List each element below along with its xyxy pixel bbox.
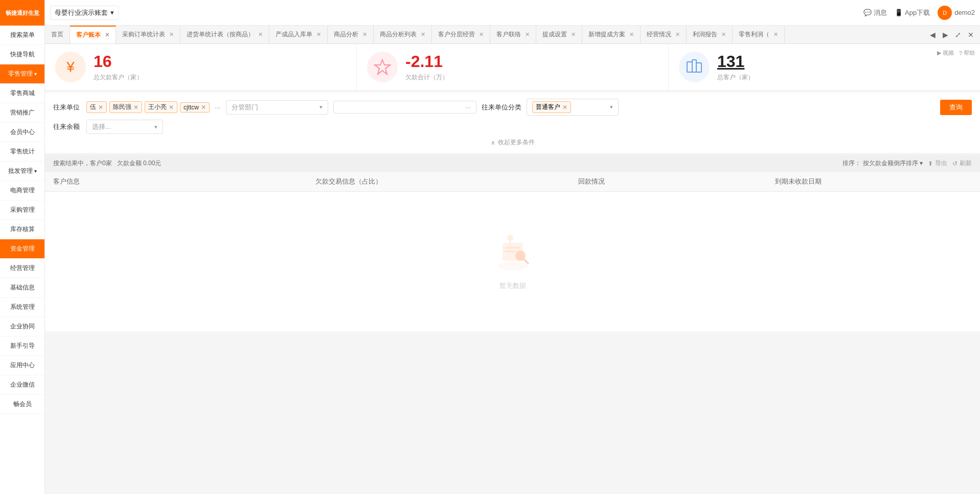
- topbar: 母婴行业演示账套 ▾ 💬 消息 📱 App下载 D demo2: [45, 0, 980, 26]
- filter-tag-close-3[interactable]: ✕: [201, 104, 206, 111]
- filter-tag-close-0[interactable]: ✕: [98, 104, 103, 111]
- sidebar-item-系统管理[interactable]: 系统管理: [0, 298, 44, 317]
- tab-7[interactable]: 客户分层经营✕: [432, 26, 490, 44]
- tab-0[interactable]: 首页: [45, 26, 70, 44]
- tab-close-7[interactable]: ✕: [479, 31, 484, 38]
- tab-close-9[interactable]: ✕: [571, 31, 576, 38]
- filter-tag-2: 王小亮 ✕: [145, 101, 177, 113]
- account-selector[interactable]: 母婴行业演示账套 ▾: [50, 6, 119, 20]
- app-download-btn[interactable]: 📱 App下载: [895, 8, 930, 17]
- tab-10[interactable]: 新增提成方案✕: [582, 26, 641, 44]
- tab-8[interactable]: 客户联络✕: [490, 26, 536, 44]
- page-content: ¥ 16 总欠款客户（家） -2.11 欠款合计（万）: [45, 44, 980, 494]
- sidebar-item-营销推广[interactable]: 营销推广: [0, 103, 44, 123]
- tab-close-all-btn[interactable]: ✕: [966, 30, 976, 40]
- sidebar-item-采购管理[interactable]: 采购管理: [0, 200, 44, 220]
- tab-close-5[interactable]: ✕: [362, 31, 367, 38]
- refresh-btn[interactable]: ↺ 刷新: [952, 159, 972, 168]
- tab-prev-btn[interactable]: ◀: [927, 30, 938, 40]
- dept-select[interactable]: 分管部门 ▾: [226, 100, 328, 115]
- tab-close-11[interactable]: ✕: [675, 31, 680, 38]
- chevron-down-icon: ▾: [110, 9, 114, 16]
- tab-close-4[interactable]: ✕: [316, 31, 321, 38]
- sidebar-item-电商管理[interactable]: 电商管理: [0, 181, 44, 200]
- tab-close-1[interactable]: ✕: [105, 32, 109, 38]
- sidebar-item-快捷导航[interactable]: 快捷导航: [0, 45, 44, 64]
- tab-next-btn[interactable]: ▶: [940, 30, 950, 40]
- sort-select[interactable]: 按欠款金额倒序排序: [863, 160, 918, 167]
- tab-label-9: 提成设置: [542, 30, 567, 39]
- tab-expand-btn[interactable]: ⤢: [953, 30, 963, 40]
- user-menu[interactable]: D demo2: [938, 6, 975, 20]
- filter-row-2: 往来余额 选择... ▾: [53, 120, 972, 134]
- filter-tag-close-1[interactable]: ✕: [133, 104, 139, 111]
- tab-11[interactable]: 经营情况✕: [641, 26, 687, 44]
- result-bar: 搜索结果中，客户0家 欠款金额 0.00元 排序： 按欠款金额倒序排序 ▾ ⬆ …: [45, 155, 980, 172]
- query-button[interactable]: 查询: [940, 100, 972, 115]
- sidebar-item-企业协同[interactable]: 企业协同: [0, 317, 44, 336]
- sidebar-item-搜索菜单[interactable]: 搜索菜单: [0, 26, 44, 45]
- balance-select[interactable]: 选择... ▾: [86, 120, 163, 134]
- video-link[interactable]: ▶ 视频: [937, 49, 954, 57]
- category-tag-selected: 普通客户 ✕: [532, 101, 571, 113]
- more-tags-btn[interactable]: ···: [215, 103, 221, 111]
- tab-2[interactable]: 采购订单统计表✕: [116, 26, 180, 44]
- tab-1[interactable]: 客户账本✕: [70, 26, 116, 44]
- tab-9[interactable]: 提成设置✕: [536, 26, 582, 44]
- tab-6[interactable]: 商品分析列表✕: [374, 26, 432, 44]
- tab-close-8[interactable]: ✕: [525, 31, 530, 38]
- sidebar-item-零售商城[interactable]: 零售商城: [0, 84, 44, 103]
- category-tag-close[interactable]: ✕: [562, 104, 567, 111]
- sidebar-item-零售管理[interactable]: 零售管理▾: [0, 64, 44, 84]
- tab-5[interactable]: 商品分析✕: [328, 26, 374, 44]
- table-header: 客户信息 欠款交易信息（占比） 回款情况 到期未收款日期: [45, 172, 980, 192]
- tab-close-3[interactable]: ✕: [258, 31, 263, 38]
- topbar-actions: 💬 消息 📱 App下载 D demo2: [863, 6, 975, 20]
- tabbar: 首页客户账本✕采购订单统计表✕进货单统计表（按商品）✕产成品入库单✕商品分析✕商…: [45, 26, 980, 44]
- sidebar-item-新手引导[interactable]: 新手引导: [0, 336, 44, 356]
- tab-close-6[interactable]: ✕: [421, 31, 425, 38]
- tab-13[interactable]: 零售利润（✕: [733, 26, 785, 44]
- col-repayment: 回款情况: [578, 177, 775, 186]
- total-label: 总客户（家）: [717, 73, 754, 82]
- sidebar-item-企业微信[interactable]: 企业微信: [0, 375, 44, 395]
- debt-label: 欠款合计（万）: [405, 73, 448, 82]
- sidebar-item-批发管理[interactable]: 批发管理▾: [0, 162, 44, 181]
- person-dots: ···: [465, 103, 471, 111]
- collapse-btn[interactable]: ∧ 收起更多条件: [53, 138, 972, 147]
- debt-value: -2.11: [405, 52, 448, 71]
- balance-filter-label: 往来余额: [53, 122, 81, 131]
- tab-close-10[interactable]: ✕: [629, 31, 634, 38]
- tab-close-2[interactable]: ✕: [169, 31, 174, 38]
- message-btn[interactable]: 💬 消息: [863, 8, 887, 17]
- balance-arrow-icon: ▾: [154, 124, 157, 130]
- sidebar-item-资金管理[interactable]: 资金管理: [0, 239, 44, 259]
- category-select[interactable]: 普通客户 ✕ ▾: [527, 99, 619, 116]
- filter-tag-close-2[interactable]: ✕: [169, 104, 174, 111]
- tab-label-5: 商品分析: [334, 30, 358, 39]
- tab-close-13[interactable]: ✕: [773, 31, 778, 38]
- sidebar-item-应用中心[interactable]: 应用中心: [0, 356, 44, 375]
- sidebar-item-畅会员[interactable]: 畅会员: [0, 395, 44, 414]
- tab-12[interactable]: 利润报告✕: [687, 26, 733, 44]
- sidebar-item-库存核算[interactable]: 库存核算: [0, 220, 44, 239]
- balance-placeholder: 选择...: [92, 122, 152, 131]
- tab-3[interactable]: 进货单统计表（按商品）✕: [180, 26, 269, 44]
- download-icon: 📱: [895, 9, 903, 16]
- app-logo: 畅捷通好生意: [0, 0, 44, 26]
- svg-marker-0: [375, 60, 390, 74]
- tab-label-8: 客户联络: [496, 30, 521, 39]
- person-select[interactable]: ···: [333, 101, 476, 114]
- tab-4[interactable]: 产成品入库单✕: [269, 26, 328, 44]
- tab-close-12[interactable]: ✕: [721, 31, 726, 38]
- help-link[interactable]: ? 帮助: [959, 49, 975, 57]
- sidebar-item-基础信息[interactable]: 基础信息: [0, 278, 44, 298]
- svg-rect-2: [692, 60, 696, 72]
- sidebar-item-会员中心[interactable]: 会员中心: [0, 123, 44, 142]
- sidebar-item-零售统计[interactable]: 零售统计: [0, 142, 44, 162]
- stat-item-total: 131 总客户（家） ▶ 视频 ? 帮助: [669, 44, 980, 90]
- sidebar-item-经营管理[interactable]: 经营管理: [0, 259, 44, 278]
- corner-actions: ▶ 视频 ? 帮助: [937, 49, 975, 57]
- account-name: 母婴行业演示账套: [55, 8, 108, 17]
- export-btn[interactable]: ⬆ 导出: [928, 159, 947, 168]
